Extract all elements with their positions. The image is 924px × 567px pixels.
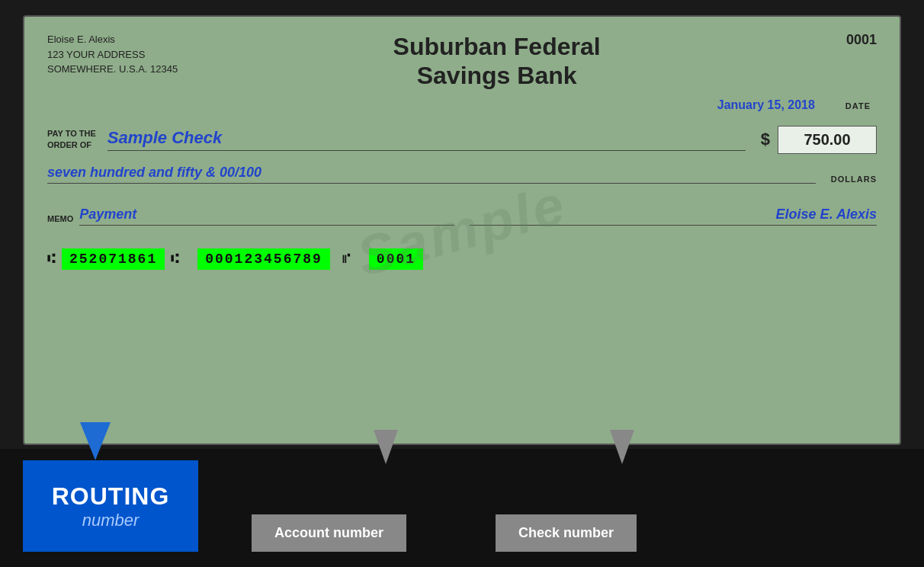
check-number-label-box: Check number (496, 514, 637, 552)
check-number-top: 0001 (816, 32, 877, 48)
check-document: Sample Eloise E. Alexis 123 YOUR ADDRESS… (23, 15, 901, 445)
account-holder-address2: SOMEWHERE. U.S.A. 12345 (47, 62, 178, 77)
dollars-label: DOLLARS (831, 175, 877, 184)
amount-box: 750.00 (778, 126, 877, 154)
written-amount-row: seven hundred and fifty & 00/100 DOLLARS (47, 165, 877, 184)
account-holder-info: Eloise E. Alexis 123 YOUR ADDRESS SOMEWH… (47, 32, 178, 77)
pay-to-label: PAY TO THEORDER OF (47, 128, 96, 152)
micr-close-symbol: ⑆ (171, 251, 179, 267)
account-number-label-box: Account number (252, 514, 406, 552)
routing-number-highlight: 252071861 (62, 248, 165, 270)
bank-name: Suburban FederalSavings Bank (193, 32, 800, 91)
date-section: January 15, 2018 DATE (717, 98, 877, 112)
micr-open-symbol: ⑆ (47, 251, 56, 267)
written-amount-value: seven hundred and fifty & 00/100 (47, 165, 261, 180)
account-number-arrow (374, 430, 398, 464)
account-holder-name: Eloise E. Alexis (47, 32, 178, 47)
routing-label-top: ROUTING (52, 482, 170, 511)
memo-sig-row: MEMO Payment Eloise E. Alexis (47, 207, 877, 226)
memo-value: Payment (79, 207, 136, 222)
payee-value: Sample Check (107, 128, 222, 147)
micr-line: ⑆ 252071861 ⑆ 000123456789 ⑈ 0001 (47, 248, 877, 270)
check-header: Eloise E. Alexis 123 YOUR ADDRESS SOMEWH… (47, 32, 877, 91)
account-number-highlight: 000123456789 (197, 248, 330, 270)
dollar-sign: $ (761, 130, 770, 149)
memo-label: MEMO (47, 214, 73, 223)
payee-line: Sample Check (107, 128, 746, 151)
pay-to-row: PAY TO THEORDER OF Sample Check $ 750.00 (47, 126, 877, 154)
check-number-arrow (610, 430, 634, 464)
date-value: January 15, 2018 (717, 98, 815, 112)
memo-section: MEMO Payment (47, 207, 454, 226)
bottom-section: ROUTING number Account number Check numb… (0, 449, 924, 567)
signature-value: Eloise E. Alexis (776, 207, 877, 222)
watermark: Sample (351, 172, 573, 288)
signature-section: Eloise E. Alexis (470, 207, 877, 226)
date-row: January 15, 2018 DATE (47, 98, 877, 112)
written-amount-line: seven hundred and fifty & 00/100 (47, 165, 816, 184)
routing-label-bottom: number (82, 511, 140, 530)
routing-arrow (80, 422, 111, 460)
memo-line: Payment (79, 207, 454, 226)
check-number-highlight: 0001 (369, 248, 423, 270)
routing-badge: ROUTING number (23, 460, 198, 552)
date-label: DATE (845, 101, 871, 111)
account-holder-address1: 123 YOUR ADDRESS (47, 47, 178, 62)
micr-separator-symbol: ⑈ (342, 251, 351, 267)
signature-line: Eloise E. Alexis (470, 207, 877, 226)
